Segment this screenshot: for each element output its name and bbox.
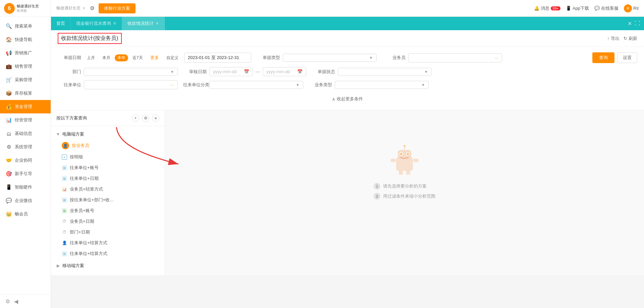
dept-select[interactable]: ▼: [84, 68, 178, 76]
tree-item-partner-settlement1[interactable]: 👤 往来单位+结算方式: [51, 238, 165, 248]
salesman-account-icon: ⊞: [62, 208, 67, 213]
tab-home[interactable]: 首页: [51, 17, 71, 30]
messages-btn[interactable]: 🔔 消息 99+: [534, 5, 560, 11]
tree-item-by-detail[interactable]: ≡ 按明细: [51, 152, 165, 162]
footer-settings-icon[interactable]: ⚙: [5, 298, 10, 305]
empty-robot-illustration: [388, 144, 421, 177]
tree-item-dept-date[interactable]: ⏱ 部门+日期: [51, 227, 165, 238]
tab-close-collection-stats[interactable]: ✕: [156, 21, 159, 26]
review-date-to[interactable]: yyyy-mm-dd 📅: [263, 67, 306, 76]
partner-input[interactable]: ···: [84, 80, 178, 89]
footer-collapse-icon[interactable]: ◀: [14, 298, 18, 305]
svg-rect-7: [413, 159, 419, 162]
refresh-icon: ↻: [624, 36, 627, 41]
user-avatar[interactable]: R Rit: [624, 4, 639, 12]
tree-item-salesman-account[interactable]: ⊞ 业务员+账号: [51, 205, 165, 216]
tab-bank-flow[interactable]: 现金银行流水查询 ✕: [71, 17, 122, 30]
filter-actions: 查询 设置: [592, 52, 637, 63]
dept-dropdown-icon: ▼: [170, 70, 174, 74]
sidebar-item-search-menu[interactable]: 🔍 搜索菜单: [0, 19, 51, 33]
user-name: Rit: [633, 6, 639, 11]
date-btn-last-month[interactable]: 上月: [84, 54, 98, 62]
partner-cat-select[interactable]: ▼: [209, 81, 303, 89]
salesman-select[interactable]: ···: [408, 53, 502, 62]
collapse-icon: ∧: [332, 97, 335, 102]
settings-btn[interactable]: 设置: [617, 52, 637, 63]
collapse-chevron-icon: «: [155, 116, 157, 120]
tree-group-desktop-header[interactable]: ▼ 电脑端方案: [51, 129, 165, 140]
partner-more-icon: ···: [170, 82, 174, 87]
tab-close-all-icon[interactable]: ✕: [628, 20, 632, 27]
panel-collapse-btn[interactable]: «: [152, 114, 159, 122]
sidebar-item-smart-hw[interactable]: 📱 智能硬件: [0, 181, 51, 194]
calendar-icon-2: 📅: [297, 69, 303, 74]
doc-type-dropdown-icon: ▼: [369, 56, 373, 60]
biz-type-select[interactable]: ▼: [335, 81, 429, 89]
doc-status-select[interactable]: ▼: [338, 68, 432, 76]
tab-close-bank-flow[interactable]: ✕: [113, 21, 116, 26]
sidebar-item-quick-nav[interactable]: 🏠 快捷导航: [0, 33, 51, 46]
scheme-settings-btn[interactable]: ⚙: [142, 114, 149, 122]
bell-icon: 🔔: [534, 6, 539, 11]
export-btn[interactable]: ↑ 导出: [607, 36, 620, 42]
page-title: 收款情况统计(按业务员): [58, 33, 122, 44]
doc-type-select[interactable]: ▼: [283, 54, 377, 62]
left-panel: 按以下方案查询 + ⚙ « ▼ 电: [51, 110, 165, 275]
sidebar-item-member[interactable]: 👑 畅会员: [0, 207, 51, 221]
sidebar-item-purchase[interactable]: 🛒 采购管理: [0, 73, 51, 87]
tree-group-mobile-header[interactable]: ▶ 移动端方案: [51, 260, 165, 271]
sidebar-item-marketing[interactable]: 📢 营销推广: [0, 46, 51, 60]
sidebar-item-new-guide[interactable]: 🎯 新手引导: [0, 167, 51, 181]
purchase-icon: 🛒: [5, 76, 12, 83]
sidebar-item-capital[interactable]: 💰 资金管理: [0, 100, 51, 113]
step-2-num: 2: [374, 193, 380, 200]
tree-item-salesman-date[interactable]: ⏱ 业务员+日期: [51, 216, 165, 227]
more-icon: ···: [495, 55, 498, 60]
app-download-btn[interactable]: 📱 App下载: [566, 5, 589, 11]
doc-status-filter-item: 单据状态 ▼: [312, 68, 432, 76]
tree-item-partner-account[interactable]: ⊞ 往来单位+账号: [51, 162, 165, 173]
tab-fullscreen-icon[interactable]: ⛶: [635, 20, 640, 27]
salesman-date-icon: ⏱: [62, 219, 67, 224]
tree-item-partner-date[interactable]: ⊞ 往来单位+日期: [51, 173, 165, 184]
topbar-breadcrumb: 畅捷通好生意 ▼: [56, 5, 86, 11]
sidebar-item-inventory[interactable]: 📦 库存核算: [0, 87, 51, 100]
date-btn-more[interactable]: 更多: [147, 54, 162, 62]
mobile-expand-icon: ▶: [55, 263, 61, 269]
date-btn-7days[interactable]: 近7天: [129, 54, 146, 62]
tab-collection-stats[interactable]: 收款情况统计 ✕: [122, 17, 165, 30]
salesman-settlement-icon: 📊: [62, 187, 67, 192]
page-content: 收款情况统计(按业务员) ↑ 导出 ↻ 刷新 单据日期 上月: [51, 30, 644, 308]
review-date-filter-item: 审核日期 yyyy-mm-dd 📅 — yyyy-mm-dd 📅: [183, 67, 306, 76]
dept-filter-item: 部门 ▼: [58, 68, 178, 76]
date-btn-custom[interactable]: 自定义: [163, 54, 181, 62]
date-btn-this-year[interactable]: 本年: [115, 54, 128, 61]
partner-cat-label: 往来单位分类: [183, 82, 207, 88]
date-btn-this-month[interactable]: 本月: [99, 54, 113, 62]
biz-type-dropdown-icon: ▼: [421, 83, 425, 87]
sidebar-item-corp-wechat[interactable]: 💬 企业微信: [0, 194, 51, 207]
sidebar-item-operation[interactable]: 📊 经营管理: [0, 113, 51, 127]
tree-item-partner-settlement2[interactable]: ⊞ 往来单位+结算方式: [51, 248, 165, 259]
date-range-input[interactable]: 2023-01-01 至 2023-12-31: [184, 53, 251, 63]
sidebar-item-corp-collab[interactable]: 🤝 企业协同: [0, 154, 51, 167]
sidebar-item-system[interactable]: ⚙ 系统管理: [0, 140, 51, 154]
topbar-settings-icon[interactable]: ⚙: [90, 5, 95, 11]
topbar-right: 🔔 消息 99+ 📱 App下载 💬 在线客服 R Rit: [534, 4, 639, 12]
doc-type-filter-item: 单据类型 ▼: [257, 54, 377, 62]
partner-filter-item: 往来单位 ···: [58, 80, 178, 89]
add-scheme-btn[interactable]: +: [132, 114, 139, 122]
tree-item-by-salesman[interactable]: 👤 按业务员: [51, 140, 165, 152]
sidebar-item-base-info[interactable]: 🗂 基础信息: [0, 127, 51, 140]
sidebar-item-sales[interactable]: 💼 销售管理: [0, 60, 51, 73]
tree-item-salesman-settlement[interactable]: 📊 业务员+结算方式: [51, 184, 165, 195]
tree-item-partner-dept[interactable]: ⊞ 按往来单位+部门+收...: [51, 195, 165, 205]
online-service-btn[interactable]: 💬 在线客服: [594, 5, 619, 11]
review-date-from[interactable]: yyyy-mm-dd 📅: [209, 67, 253, 76]
collapse-btn[interactable]: ∧ 收起更多条件: [58, 93, 637, 105]
content-layout: 按以下方案查询 + ⚙ « ▼ 电: [51, 110, 644, 275]
trial-btn[interactable]: 体验行业方案: [99, 3, 136, 13]
query-btn[interactable]: 查询: [592, 52, 614, 63]
search-menu-icon: 🔍: [5, 23, 12, 30]
refresh-btn[interactable]: ↻ 刷新: [624, 36, 637, 42]
